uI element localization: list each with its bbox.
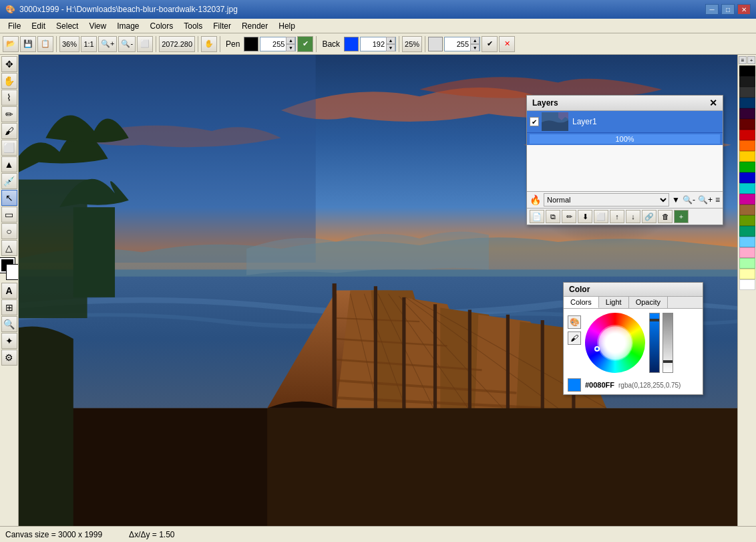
color-tab-opacity[interactable]: Opacity (629, 297, 668, 308)
save-button[interactable]: 💾 (20, 36, 36, 52)
swatch-teal[interactable] (739, 226, 755, 237)
pen-color-swatch[interactable] (244, 37, 258, 51)
menu-file[interactable]: File (3, 20, 26, 32)
layer-duplicate-btn[interactable]: ⧉ (546, 210, 560, 223)
zoom-11-button[interactable]: 1:1 (81, 36, 97, 52)
layers-close-btn[interactable]: ✕ (709, 98, 717, 108)
layer-down-btn[interactable]: ↓ (626, 210, 640, 223)
swatch-green[interactable] (739, 162, 755, 172)
color-pair[interactable] (0, 258, 19, 281)
color-wheel[interactable] (585, 313, 645, 373)
layers-btn[interactable]: ⊞ (1, 299, 17, 315)
paste-button[interactable]: 📋 (37, 36, 53, 52)
zoom-tool[interactable]: 🔍 (1, 316, 17, 332)
swatch-darkblue[interactable] (739, 98, 755, 108)
pen-apply-btn[interactable]: ✔ (297, 36, 313, 52)
swatch-dark1[interactable] (739, 76, 755, 87)
pan-tool[interactable]: ✋ (1, 73, 17, 89)
rect-select-tool[interactable]: ▭ (1, 207, 17, 223)
layer-up-btn[interactable]: ↑ (610, 210, 624, 223)
swatch-pink[interactable] (739, 194, 755, 205)
swatch-brown[interactable] (739, 205, 755, 215)
layers-mode-select[interactable]: Normal Multiply Screen Overlay (544, 193, 669, 207)
menu-help[interactable]: Help (273, 20, 301, 32)
menu-filter[interactable]: Filter (208, 20, 236, 32)
effects-tool[interactable]: ✦ (1, 333, 17, 349)
swatch-black[interactable] (739, 65, 755, 76)
menu-edit[interactable]: Edit (26, 20, 51, 32)
swatch-lightblue[interactable] (739, 237, 755, 247)
opacity-display[interactable]: 25% (402, 36, 422, 52)
brush-tool[interactable]: 🖌 (1, 123, 17, 139)
zoom-in-button[interactable]: 🔍+ (98, 36, 117, 52)
zoom-display[interactable]: 36% (59, 36, 79, 52)
swatch-dark2[interactable] (739, 87, 755, 98)
swatch-orange[interactable] (739, 140, 755, 151)
color-wheel-container[interactable] (585, 313, 645, 373)
color-tab-colors[interactable]: Colors (564, 297, 599, 308)
minimize-button[interactable]: ─ (705, 4, 719, 15)
move-tool[interactable]: ✥ (1, 56, 17, 72)
select-arrow-tool[interactable]: ↖ (1, 190, 17, 206)
swatch-lightyellow[interactable] (739, 269, 755, 279)
layer-green-btn[interactable]: + (674, 210, 689, 223)
layer-link-btn[interactable]: 🔗 (642, 210, 656, 223)
palette-ctrl-2[interactable]: + (747, 56, 755, 64)
menu-image[interactable]: Image (112, 20, 144, 32)
layer-edit-btn[interactable]: ✏ (562, 210, 576, 223)
extra-swatch[interactable] (428, 37, 443, 51)
color-select-btn-2[interactable]: 🖌 (568, 331, 581, 345)
canvas-area[interactable]: Layers ✕ ✔ Layer1 (19, 55, 737, 526)
lasso-tool[interactable]: ⌇ (1, 90, 17, 106)
zoom-plus-btn[interactable]: 🔍+ (698, 195, 713, 205)
layer-new-btn[interactable]: 📄 (530, 210, 544, 223)
palette-ctrl-1[interactable]: ≡ (739, 56, 747, 64)
maximize-button[interactable]: □ (721, 4, 735, 15)
magic-wand-tool[interactable]: △ (1, 240, 17, 256)
eyedropper-tool[interactable]: 💉 (1, 173, 17, 189)
layer-visibility-check[interactable]: ✔ (530, 117, 539, 126)
background-color[interactable] (7, 265, 19, 279)
extra-apply-btn[interactable]: ✔ (482, 36, 498, 52)
layers-menu-btn[interactable]: ≡ (715, 195, 720, 205)
back-value-input[interactable]: ▲ ▼ (360, 37, 396, 51)
opacity-slider[interactable] (663, 313, 673, 373)
layer-merge-btn[interactable]: ⬇ (578, 210, 592, 223)
swatch-cyan[interactable] (739, 183, 755, 194)
text-tool[interactable]: A (1, 283, 17, 299)
pencil-tool[interactable]: ✏ (1, 106, 17, 122)
color-select-btn-1[interactable]: 🎨 (568, 315, 581, 329)
menu-select[interactable]: Select (51, 20, 83, 32)
swatch-olive[interactable] (739, 215, 755, 226)
eraser-tool[interactable]: ⬜ (1, 140, 17, 156)
menu-render[interactable]: Render (236, 20, 273, 32)
zoom-fit-button[interactable]: ⬜ (137, 36, 153, 52)
pan-tool-btn[interactable]: ✋ (201, 36, 217, 52)
menu-view[interactable]: View (83, 20, 112, 32)
swatch-darkred[interactable] (739, 119, 755, 130)
swatch-blue[interactable] (739, 172, 755, 183)
fill-tool[interactable]: ▲ (1, 156, 17, 172)
zoom-minus-btn[interactable]: 🔍- (683, 195, 695, 205)
open-button[interactable]: 📂 (3, 36, 19, 52)
extra-cancel-btn[interactable]: ✕ (499, 36, 515, 52)
pen-value-input[interactable]: ▲ ▼ (260, 37, 296, 51)
swatch-lightpink[interactable] (739, 247, 755, 258)
extra-value-input[interactable]: ▲ ▼ (444, 37, 480, 51)
swatch-darkpurple[interactable] (739, 108, 755, 119)
layer-item[interactable]: ✔ Layer1 (527, 111, 723, 132)
layer-trash-btn[interactable]: 🗑 (658, 210, 673, 223)
swatch-red[interactable] (739, 130, 755, 140)
swatch-yellow[interactable] (739, 151, 755, 162)
menu-colors[interactable]: Colors (145, 20, 179, 32)
back-color-swatch[interactable] (344, 37, 359, 51)
zoom-out-button[interactable]: 🔍- (118, 36, 136, 52)
color-tab-light[interactable]: Light (599, 297, 629, 308)
hue-slider[interactable] (649, 313, 660, 373)
ellipse-tool[interactable]: ○ (1, 223, 17, 239)
menu-tools[interactable]: Tools (178, 20, 208, 32)
swatch-white[interactable] (739, 279, 755, 290)
swatch-lightgreen[interactable] (739, 258, 755, 269)
layer-mask-btn[interactable]: ⬜ (594, 210, 608, 223)
settings-tool[interactable]: ⚙ (1, 350, 17, 366)
